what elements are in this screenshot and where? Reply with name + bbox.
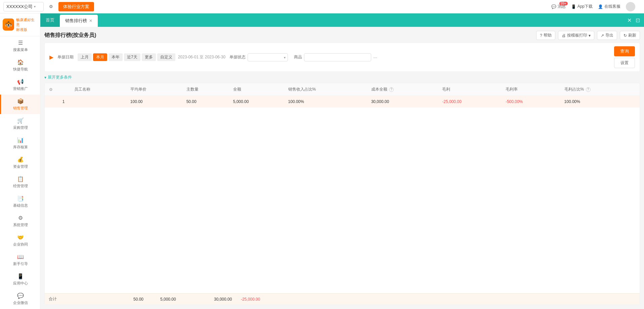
date-last7[interactable]: 近7天	[124, 53, 140, 61]
company-selector[interactable]: XXXXXX公司 ▾	[3, 2, 44, 11]
setup-button[interactable]: 设置	[614, 58, 635, 68]
tab-sales-ranking[interactable]: 销售排行榜 ✕	[60, 15, 98, 27]
message-icon: 💬	[551, 4, 556, 9]
goods-filter-label: 商品	[294, 54, 302, 60]
expand-conditions-bar: ▾ 展开更多条件	[44, 74, 640, 80]
sidebar-label: 企业微信	[13, 300, 28, 305]
content-area: 首页 销售排行榜 ✕ ✕ ⊡ 销售排行榜(按业务员) ? 帮助	[40, 13, 644, 309]
col-amount: 全额	[229, 83, 284, 96]
help-button[interactable]: ? 帮助	[536, 31, 555, 40]
status-select[interactable]	[248, 53, 288, 61]
date-options: 上月 本月 本年 近7天 更多 自定义 2023-06-01 至 2023-06…	[78, 53, 225, 61]
message-badge: 99+	[559, 2, 568, 5]
online-service-label: 在线客服	[604, 4, 620, 9]
sidebar-item-app-center[interactable]: 📱 应用中心	[0, 270, 40, 289]
table-footer: 合计 50.00 5,000.00 30,000.00 -25,000.00	[45, 293, 640, 305]
col-avg-price: 平均单价	[126, 83, 182, 96]
sidebar: 🐯 畅康通好生意 标准版 ☰ 搜索菜单 🏠 快捷导航 📢 营销推广 📦 销售管理…	[0, 13, 40, 309]
sidebar-item-operations[interactable]: 📋 经营管理	[0, 172, 40, 192]
cost-help-icon[interactable]: ?	[389, 87, 394, 92]
expand-icon: ▶	[49, 54, 53, 60]
logo-icon: 🐯	[3, 18, 14, 31]
basic-info-icon: 📑	[17, 195, 24, 202]
sidebar-item-search-order[interactable]: ☰ 搜索菜单	[0, 36, 40, 56]
sidebar-item-finance[interactable]: 💰 资金管理	[0, 153, 40, 172]
tab-bar-maximize-icon[interactable]: ⊡	[636, 17, 640, 23]
sidebar-item-enterprise-wechat[interactable]: 💬 企业微信	[0, 289, 40, 309]
marketing-icon: 📢	[17, 79, 24, 85]
col-settings[interactable]: ⚙	[45, 83, 57, 96]
sidebar-label: 资金管理	[13, 164, 28, 169]
sidebar-label: 基础信息	[13, 203, 28, 208]
page-title: 销售排行榜(按业务员)	[44, 32, 96, 39]
wechat-icon: 💬	[17, 293, 24, 299]
col-profit-pct: 毛利占比% ?	[560, 83, 640, 96]
status-select-wrap	[248, 53, 288, 61]
quick-nav-icon: 🏠	[17, 59, 24, 65]
sidebar-item-quick-nav[interactable]: 🏠 快捷导航	[0, 56, 40, 75]
tab-home[interactable]: 首页	[40, 13, 60, 27]
message-btn[interactable]: 💬 消息 99+	[551, 4, 566, 9]
print-button[interactable]: 🖨 按模板打印 ▾	[558, 31, 594, 40]
refresh-icon: ↻	[624, 33, 627, 38]
date-this-month[interactable]: 本月	[93, 53, 107, 61]
tab-bar-actions: ✕ ⊡	[623, 13, 644, 27]
purchase-icon: 🛒	[17, 117, 24, 124]
footer-empty1	[76, 297, 102, 302]
col-rank	[57, 83, 70, 96]
app-download-btn[interactable]: 📱 App下载	[571, 4, 593, 9]
newcomer-icon: 📖	[17, 254, 24, 260]
tab-bar-close-icon[interactable]: ✕	[627, 17, 632, 23]
row-settings-col	[45, 96, 57, 108]
col-name: 员工名称	[70, 83, 126, 96]
date-this-year[interactable]: 本年	[109, 53, 123, 61]
date-custom[interactable]: 自定义	[157, 53, 175, 61]
sidebar-logo: 🐯 畅康通好生意 标准版	[0, 13, 40, 36]
online-service-btn[interactable]: 👤 在线客服	[598, 4, 620, 9]
sidebar-item-newcomer[interactable]: 📖 新手引导	[0, 250, 40, 270]
company-name: XXXXXX公司	[6, 4, 33, 10]
row-rank: 1	[57, 96, 70, 108]
sidebar-label: 营销推广	[13, 86, 28, 91]
date-filter-label: 单据日期	[57, 54, 74, 60]
sidebar-item-enterprise-collab[interactable]: 🤝 企业协同	[0, 231, 40, 250]
row-amount: 5,000.00	[229, 96, 284, 108]
goods-filter-group: 商品 ···	[294, 53, 377, 61]
export-button[interactable]: ↗ 导出	[597, 31, 617, 40]
refresh-button[interactable]: ↻ 刷新	[620, 31, 640, 40]
tab-close-icon[interactable]: ✕	[89, 18, 92, 23]
help-icon: ?	[540, 33, 542, 38]
sidebar-item-system[interactable]: ⚙ 系统管理	[0, 211, 40, 231]
print-dropdown-icon: ▾	[589, 33, 591, 38]
logo-text: 畅康通好生意 标准版	[16, 17, 37, 32]
col-qty: 主数量	[182, 83, 229, 96]
profit-pct-help-icon[interactable]: ?	[586, 87, 591, 92]
tab-bar: 首页 销售排行榜 ✕ ✕ ⊡	[40, 13, 644, 27]
footer-empty3	[183, 297, 210, 302]
page-header: 销售排行榜(按业务员) ? 帮助 🖨 按模板打印 ▾ ↗ 导出	[44, 31, 640, 40]
footer-amount: 5,000.00	[156, 297, 183, 302]
trial-button[interactable]: 体验行业方案	[58, 2, 94, 11]
col-sales-pct: 销售收入占比%	[284, 83, 367, 96]
settings-icon[interactable]: ⚙	[46, 2, 56, 11]
top-bar-right: 💬 消息 99+ 📱 App下载 👤 在线客服	[551, 2, 641, 11]
footer-gross-profit: -25,000.00	[237, 297, 264, 302]
sidebar-label: 销售管理	[13, 106, 28, 111]
page-content: 销售排行榜(按业务员) ? 帮助 🖨 按模板打印 ▾ ↗ 导出	[40, 27, 644, 309]
row-sales-pct: 100.00%	[284, 96, 367, 108]
query-button[interactable]: 查询	[614, 46, 635, 56]
sidebar-item-basic-info[interactable]: 📑 基础信息	[0, 192, 40, 211]
sidebar-item-inventory[interactable]: 📊 库存核算	[0, 134, 40, 153]
sidebar-item-marketing[interactable]: 📢 营销推广	[0, 75, 40, 95]
sidebar-item-purchase[interactable]: 🛒 采购管理	[0, 114, 40, 134]
goods-input[interactable]	[304, 53, 371, 61]
sidebar-item-sales[interactable]: 📦 销售管理	[0, 95, 40, 114]
goods-more-icon[interactable]: ···	[373, 55, 377, 60]
data-table: ⚙ 员工名称 平均单价 主数量 全额 销售收入占比% 成本全额 ? 毛利	[45, 83, 640, 108]
expand-conditions-btn[interactable]: ▾ 展开更多条件	[44, 74, 640, 80]
avatar[interactable]	[626, 2, 635, 11]
col-gross-margin: 毛利率	[502, 83, 560, 96]
row-qty: 50.00	[182, 96, 229, 108]
date-last-month[interactable]: 上月	[78, 53, 92, 61]
date-more[interactable]: 更多	[142, 53, 156, 61]
